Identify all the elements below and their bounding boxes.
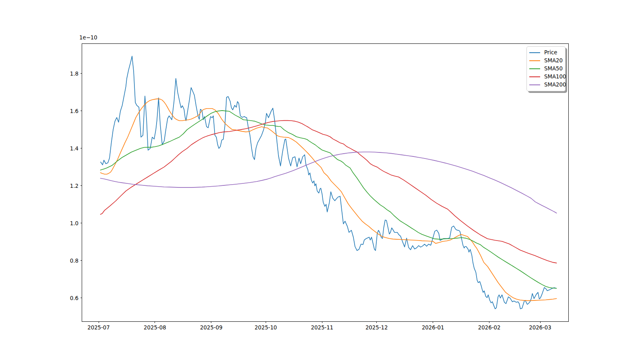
legend-line-sample bbox=[529, 52, 540, 53]
legend-entry-label: SMA20 bbox=[544, 58, 563, 63]
x-tick-label: 2025-08 bbox=[144, 325, 166, 331]
y-tick-label: 1.4 bbox=[70, 146, 78, 152]
legend-entry: Price bbox=[529, 49, 563, 57]
legend-entry: SMA100 bbox=[529, 73, 563, 81]
legend-line-sample bbox=[529, 60, 540, 61]
series-line-sma50 bbox=[101, 111, 557, 288]
y-tick-label: 0.8 bbox=[70, 258, 78, 264]
legend-entry: SMA200 bbox=[529, 81, 563, 89]
x-tick-label: 2025-11 bbox=[311, 325, 334, 331]
y-tick-label: 0.6 bbox=[70, 295, 78, 301]
x-tick-label: 2025-12 bbox=[365, 325, 388, 331]
x-tick-label: 2025-09 bbox=[200, 325, 223, 331]
x-tick-label: 2025-07 bbox=[87, 325, 110, 331]
series-line-sma200 bbox=[101, 152, 557, 213]
y-tick-label: 1.6 bbox=[70, 108, 78, 114]
legend-entry-label: Price bbox=[544, 50, 557, 55]
x-tick-label: 2026-01 bbox=[422, 325, 444, 331]
y-tick-label: 1.8 bbox=[70, 71, 78, 77]
legend-line-sample bbox=[529, 84, 540, 85]
series-line-sma20 bbox=[101, 99, 557, 301]
y-tick-label: 1.0 bbox=[70, 220, 78, 226]
x-tick-label: 2026-03 bbox=[529, 325, 551, 331]
legend-line-sample bbox=[529, 76, 540, 77]
legend-entry-label: SMA200 bbox=[544, 82, 566, 87]
legend: PriceSMA20SMA50SMA100SMA200 bbox=[526, 46, 566, 91]
y-axis-offset-label: 1e−10 bbox=[79, 35, 97, 40]
figure-window: 2025-072025-082025-092025-102025-112025-… bbox=[0, 0, 644, 362]
series-line-price bbox=[101, 56, 556, 309]
legend-entry: SMA20 bbox=[529, 57, 563, 65]
legend-line-sample bbox=[529, 68, 540, 69]
legend-entry-label: SMA100 bbox=[544, 74, 566, 79]
plot-spines bbox=[82, 43, 568, 321]
y-tick-label: 1.2 bbox=[70, 183, 78, 189]
x-tick-label: 2026-02 bbox=[478, 325, 501, 331]
legend-entry: SMA50 bbox=[529, 65, 563, 73]
legend-entry-label: SMA50 bbox=[544, 66, 563, 71]
x-tick-label: 2025-10 bbox=[255, 325, 277, 331]
